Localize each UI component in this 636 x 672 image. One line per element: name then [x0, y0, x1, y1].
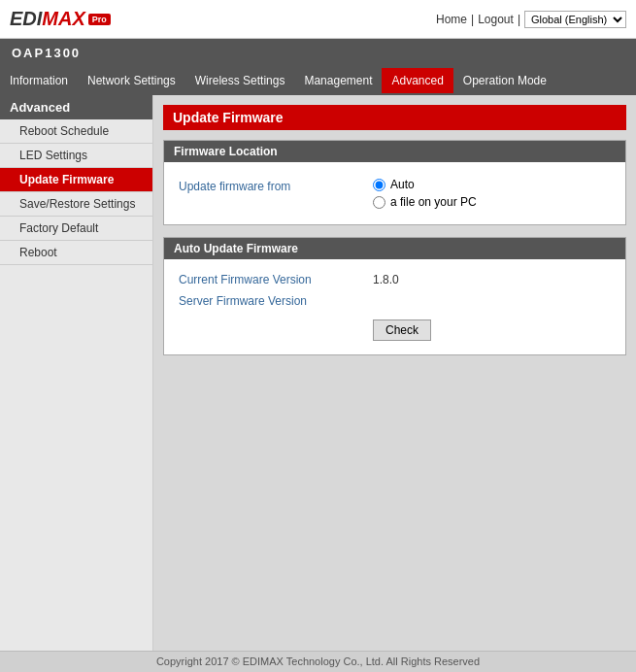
- separator-1: |: [471, 13, 474, 26]
- main-layout: Advanced Reboot Schedule LED Settings Up…: [0, 95, 636, 651]
- current-version-row: Current Firmware Version 1.8.0: [179, 269, 611, 290]
- firmware-location-section: Firmware Location Update firmware from A…: [163, 140, 626, 225]
- content-area: Update Firmware Firmware Location Update…: [153, 95, 636, 651]
- logo-max: MAX: [42, 8, 84, 29]
- firmware-from-label: Update firmware from: [179, 178, 373, 193]
- current-version-label: Current Firmware Version: [179, 273, 373, 286]
- separator-2: |: [518, 13, 520, 26]
- logo: EDIMAX Pro: [10, 8, 111, 30]
- radio-pc-text: a file on your PC: [390, 195, 477, 209]
- server-version-row: Server Firmware Version: [179, 290, 611, 312]
- nav-item-management[interactable]: Management: [294, 68, 382, 93]
- radio-auto[interactable]: [373, 179, 385, 191]
- page-title: Update Firmware: [163, 105, 626, 130]
- footer-text: Copyright 2017 © EDIMAX Technology Co., …: [156, 655, 480, 667]
- logo-edi: EDI: [10, 8, 42, 29]
- nav-item-network[interactable]: Network Settings: [78, 68, 185, 93]
- logo-text: EDIMAX: [10, 8, 85, 30]
- auto-update-body: Current Firmware Version 1.8.0 Server Fi…: [164, 259, 625, 354]
- server-version-label: Server Firmware Version: [179, 294, 373, 308]
- check-button-row: Check: [179, 312, 611, 345]
- sidebar-item-led-settings[interactable]: LED Settings: [0, 144, 152, 168]
- sidebar-title: Advanced: [0, 95, 152, 119]
- sidebar-item-reboot[interactable]: Reboot: [0, 241, 152, 265]
- home-link[interactable]: Home: [436, 13, 467, 26]
- current-version-value: 1.8.0: [373, 273, 399, 286]
- firmware-location-body: Update firmware from Auto a file on your…: [164, 162, 625, 224]
- nav-item-advanced[interactable]: Advanced: [382, 68, 452, 93]
- auto-update-header: Auto Update Firmware: [164, 238, 625, 259]
- logo-pro-badge: Pro: [88, 14, 111, 25]
- sidebar-item-reboot-schedule[interactable]: Reboot Schedule: [0, 119, 152, 144]
- nav: Information Network Settings Wireless Se…: [0, 66, 636, 95]
- language-select[interactable]: Global (English): [524, 11, 626, 28]
- sidebar-item-update-firmware[interactable]: Update Firmware: [0, 168, 152, 192]
- sidebar-nav: Reboot Schedule LED Settings Update Firm…: [0, 119, 152, 265]
- sidebar-item-save-restore[interactable]: Save/Restore Settings: [0, 192, 152, 217]
- firmware-from-options: Auto a file on your PC: [373, 178, 611, 209]
- radio-auto-label[interactable]: Auto: [373, 178, 611, 191]
- nav-item-operation-mode[interactable]: Operation Mode: [453, 68, 556, 93]
- nav-item-wireless[interactable]: Wireless Settings: [185, 68, 295, 93]
- radio-group: Auto a file on your PC: [373, 178, 611, 209]
- radio-pc[interactable]: [373, 196, 385, 209]
- device-bar: OAP1300: [0, 39, 636, 66]
- device-name: OAP1300: [12, 46, 81, 60]
- header: EDIMAX Pro Home | Logout | Global (Engli…: [0, 0, 636, 39]
- header-links: Home | Logout | Global (English): [436, 11, 626, 28]
- radio-pc-label[interactable]: a file on your PC: [373, 195, 611, 209]
- auto-update-section: Auto Update Firmware Current Firmware Ve…: [163, 237, 626, 355]
- nav-item-information[interactable]: Information: [0, 68, 78, 93]
- footer: Copyright 2017 © EDIMAX Technology Co., …: [0, 651, 636, 672]
- sidebar: Advanced Reboot Schedule LED Settings Up…: [0, 95, 153, 651]
- radio-auto-text: Auto: [390, 178, 415, 191]
- sidebar-item-factory-default[interactable]: Factory Default: [0, 217, 152, 241]
- check-button[interactable]: Check: [373, 319, 431, 341]
- firmware-location-header: Firmware Location: [164, 141, 625, 162]
- logout-link[interactable]: Logout: [478, 13, 514, 26]
- firmware-from-row: Update firmware from Auto a file on your…: [179, 172, 611, 215]
